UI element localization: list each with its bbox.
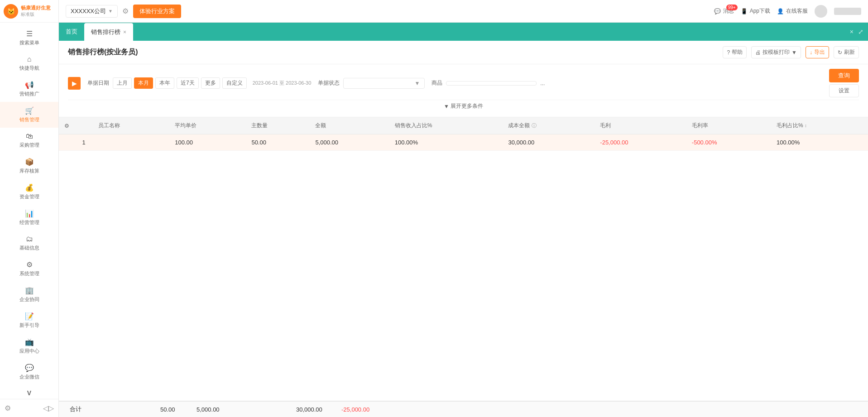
operation-icon: 📊: [25, 209, 34, 218]
row-avg-price: 100.00: [169, 134, 246, 151]
last-month-btn[interactable]: 上月: [113, 77, 132, 89]
tab-sales-ranking-label: 销售排行榜: [91, 28, 120, 36]
tab-close-icon[interactable]: ×: [123, 29, 126, 35]
tab-close-all-icon[interactable]: ×: [850, 28, 854, 35]
online-service-icon: 👤: [777, 8, 784, 14]
online-service-label: 在线客服: [786, 7, 808, 15]
basic-icon: 🗂: [26, 235, 33, 243]
export-button[interactable]: ↓ 导出: [806, 46, 829, 58]
sidebar-item-inventory[interactable]: 📦 库存核算: [0, 153, 58, 179]
more-conditions-link[interactable]: ...: [540, 80, 545, 86]
vip-icon: V: [27, 389, 31, 397]
tab-home[interactable]: 首页: [59, 23, 84, 41]
sidebar: 🐱 畅康通好生意 标准版 ☰ 搜索菜单 ⌂ 快捷导航 📢 营销推广 🛒 销售管理…: [0, 0, 59, 417]
status-dropdown-icon: ▼: [414, 80, 420, 86]
expand-icon: ▼: [444, 103, 449, 110]
tab-maximize-icon[interactable]: ⤢: [858, 28, 863, 35]
sidebar-label-enterprise: 企业协同: [19, 296, 39, 303]
sidebar-label-basic: 基础信息: [19, 244, 39, 251]
search-menu-icon: ☰: [26, 29, 33, 38]
sidebar-item-appstore[interactable]: 📺 应用中心: [0, 333, 58, 359]
sidebar-item-wechat[interactable]: 💬 企业微信: [0, 359, 58, 385]
system-icon: ⚙: [26, 260, 33, 269]
cost-info-icon[interactable]: ⓘ: [532, 123, 537, 128]
this-month-btn[interactable]: 本月: [134, 77, 153, 89]
gross-ratio-sort-icon[interactable]: ↕: [805, 123, 807, 128]
page-header: 销售排行榜(按业务员) ? 帮助 🖨 按模板打印 ▼ ↓ 导出 ↻ 刷新: [59, 41, 868, 64]
date-buttons: 上月 本月 本年 近7天 更多 自定义: [113, 77, 247, 89]
col-sales-ratio: 销售收入占比%: [389, 117, 503, 134]
sidebar-label-guide: 新手引导: [19, 322, 39, 329]
help-button[interactable]: ? 帮助: [723, 46, 747, 58]
col-main-qty: 主数量: [246, 117, 310, 134]
sidebar-item-guide[interactable]: 📝 新手引导: [0, 307, 58, 333]
topbar-settings-icon[interactable]: ⚙: [122, 7, 129, 15]
sidebar-item-sales[interactable]: 🛒 销售管理: [0, 102, 58, 128]
sidebar-label-search: 搜索菜单: [19, 39, 39, 46]
row-settings[interactable]: [59, 134, 75, 151]
page-content: 销售排行榜(按业务员) ? 帮助 🖨 按模板打印 ▼ ↓ 导出 ↻ 刷新: [59, 41, 868, 417]
sidebar-item-enterprise[interactable]: 🏢 企业协同: [0, 282, 58, 307]
help-label: 帮助: [732, 48, 743, 56]
status-selector[interactable]: ▼: [343, 78, 425, 89]
logo-text: 畅康通好生意: [21, 5, 51, 11]
refresh-label: 刷新: [844, 48, 855, 56]
table-row: 1 100.00 50.00 5,000.00 100.00% 30,000.0…: [59, 134, 868, 151]
this-year-btn[interactable]: 本年: [155, 77, 174, 89]
message-icon: 💬: [714, 8, 721, 14]
app-download-button[interactable]: 📱 App下载: [741, 7, 770, 15]
sales-icon: 🛒: [25, 106, 34, 115]
sidebar-item-operation[interactable]: 📊 经营管理: [0, 205, 58, 230]
sidebar-item-vip[interactable]: V 畅会员: [0, 385, 58, 399]
footer-gross-profit: -25,000.00: [336, 406, 381, 413]
expand-arrow-icon: ▶: [72, 80, 77, 87]
filter-row: ▶ 单据日期 上月 本月 本年 近7天 更多 自定义 2023-06-01 至 …: [68, 69, 859, 97]
7days-btn[interactable]: 近7天: [177, 77, 199, 89]
tab-sales-ranking[interactable]: 销售排行榜 ×: [84, 23, 133, 41]
inventory-icon: 📦: [25, 158, 34, 166]
table-footer: 合计 50.00 5,000.00 30,000.00 -25,000.00: [59, 401, 868, 417]
date-range-display: 2023-06-01 至 2023-06-30: [253, 80, 312, 86]
goods-filter: 商品 ...: [432, 79, 545, 87]
row-cost-amount: 30,000.00: [503, 134, 595, 151]
sidebar-label-inventory: 库存核算: [19, 168, 39, 174]
row-gross-profit: -25,000.00: [595, 134, 686, 151]
print-button[interactable]: 🖨 按模板打印 ▼: [751, 46, 801, 58]
status-label: 单据状态: [318, 79, 340, 87]
goods-input[interactable]: [446, 81, 537, 86]
col-avg-price: 平均单价: [169, 117, 246, 134]
query-button[interactable]: 查询: [829, 69, 859, 82]
refresh-button[interactable]: ↻ 刷新: [834, 46, 859, 58]
custom-date-btn[interactable]: 自定义: [222, 77, 247, 89]
tab-home-label: 首页: [66, 28, 77, 36]
sidebar-item-quick[interactable]: ⌂ 快捷导航: [0, 51, 58, 76]
expand-conditions-btn[interactable]: ▼ 展开更多条件: [444, 102, 483, 110]
footer-total-amount: 5,000.00: [191, 406, 236, 413]
username: [834, 8, 861, 15]
sidebar-item-system[interactable]: ⚙ 系统管理: [0, 256, 58, 282]
page-actions: ? 帮助 🖨 按模板打印 ▼ ↓ 导出 ↻ 刷新: [723, 46, 859, 58]
sidebar-item-marketing[interactable]: 📢 营销推广: [0, 76, 58, 102]
filter-expand-arrow[interactable]: ▶: [68, 77, 81, 90]
sidebar-label-quick: 快捷导航: [19, 65, 39, 72]
logo-text-group: 畅康通好生意 标准版: [21, 5, 51, 17]
company-selector[interactable]: XXXXXX公司 ▼: [66, 5, 118, 18]
sidebar-collapse-icon[interactable]: ◁▷: [43, 404, 54, 412]
data-table-area: ⚙ 员工名称 平均单价 主数量 全额: [59, 117, 868, 401]
sidebar-item-finance[interactable]: 💰 资金管理: [0, 179, 58, 205]
row-main-qty: 50.00: [246, 134, 310, 151]
user-avatar[interactable]: [815, 5, 827, 18]
sidebar-item-purchase[interactable]: 🛍 采购管理: [0, 128, 58, 153]
trial-button[interactable]: 体验行业方案: [133, 5, 181, 18]
more-date-btn[interactable]: 更多: [201, 77, 220, 89]
footer-main-qty: 50.00: [155, 406, 191, 413]
settings-button[interactable]: 设置: [829, 84, 859, 97]
col-settings[interactable]: ⚙: [59, 117, 75, 134]
row-rank: 1: [75, 134, 93, 151]
message-button[interactable]: 💬 消息 99+: [714, 7, 734, 15]
sidebar-item-basic[interactable]: 🗂 基础信息: [0, 230, 58, 256]
sidebar-bottom: ⚙ ◁▷: [0, 399, 58, 417]
sidebar-item-search[interactable]: ☰ 搜索菜单: [0, 25, 58, 51]
online-service-button[interactable]: 👤 在线客服: [777, 7, 808, 15]
sidebar-settings-icon[interactable]: ⚙: [5, 404, 11, 412]
